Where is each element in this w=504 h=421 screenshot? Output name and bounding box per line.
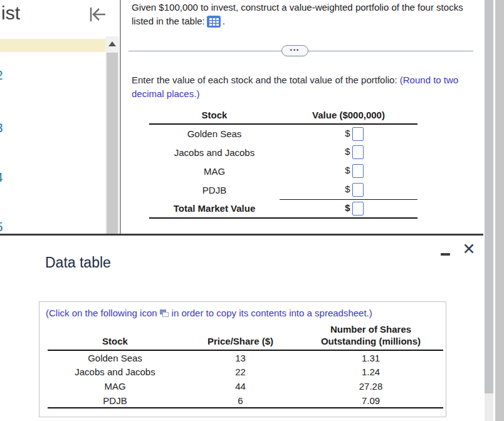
- minimize-button[interactable]: [439, 249, 453, 259]
- answer-col-value: Value ($000,000): [280, 108, 417, 124]
- answer-table: Stock Value ($000,000) Golden Seas $ Jac…: [149, 108, 417, 219]
- question-list-panel: ist 2 3 4 5: [0, 0, 105, 234]
- popup-title: Data table: [45, 254, 111, 271]
- section-expander-button[interactable]: •••: [281, 45, 308, 56]
- currency-symbol: $: [345, 127, 350, 138]
- question-prompt-period: .: [223, 16, 225, 26]
- question-list-scrollbar-thumb[interactable]: [107, 53, 118, 234]
- close-button[interactable]: ✕: [460, 241, 478, 258]
- currency-symbol: $: [345, 184, 350, 194]
- question-list-title: ist: [1, 3, 20, 24]
- copy-hint: (Click on the following iconin order to …: [46, 308, 372, 318]
- currency-symbol: $: [345, 202, 350, 213]
- shares-value: 1.24: [298, 365, 443, 379]
- question-list-scrollbar[interactable]: [105, 36, 119, 234]
- minimize-icon: [441, 253, 450, 256]
- table-row: PDJB 6 7.09: [48, 393, 443, 408]
- total-label: Total Market Value: [149, 199, 280, 218]
- answer-instruction: Enter the value of each stock and the to…: [132, 73, 480, 101]
- price-value: 13: [182, 350, 298, 365]
- content-scrollbar[interactable]: [485, 0, 493, 421]
- shares-value: 1.31: [298, 350, 443, 365]
- collapse-panel-button[interactable]: [88, 5, 105, 24]
- data-table: Stock Price/Share ($) Number of SharesOu…: [48, 323, 443, 408]
- popup-content-box: (Click on the following iconin order to …: [39, 301, 446, 417]
- value-input-jacobs[interactable]: [352, 145, 364, 159]
- currency-symbol: $: [345, 146, 350, 157]
- question-list-item-4[interactable]: 4: [0, 170, 8, 185]
- instruction-text: Enter the value of each stock and the to…: [132, 75, 400, 85]
- question-content: Given $100,000 to invest, construct a va…: [121, 0, 485, 234]
- copy-hint-after: in order to copy its contents into a spr…: [172, 308, 372, 318]
- collapse-left-icon: [88, 5, 105, 24]
- question-list-item-3[interactable]: 3: [0, 120, 8, 135]
- scroll-up-icon[interactable]: [108, 41, 116, 46]
- stock-name: Golden Seas: [149, 124, 280, 143]
- page: ist 2 3 4 5 Given $100,000 to invest, co…: [0, 0, 504, 421]
- stock-name: Jacobs and Jacobs: [48, 365, 182, 379]
- data-col-price: Price/Share ($): [182, 323, 298, 350]
- data-col-stock: Stock: [48, 323, 182, 350]
- stock-name: PDJB: [48, 393, 182, 408]
- question-prompt-text: Given $100,000 to invest, construct a va…: [132, 2, 463, 26]
- table-row: Golden Seas $: [149, 124, 417, 143]
- question-list-item-5[interactable]: 5: [0, 219, 8, 234]
- table-row: Jacobs and Jacobs 22 1.24: [48, 365, 443, 379]
- question-list-item-2[interactable]: 2: [0, 68, 8, 83]
- copy-hint-before: (Click on the following icon: [46, 308, 157, 318]
- currency-symbol: $: [345, 165, 350, 175]
- question-prompt: Given $100,000 to invest, construct a va…: [132, 1, 478, 28]
- answer-col-stock: Stock: [149, 108, 280, 124]
- selected-question-highlight[interactable]: [0, 39, 105, 52]
- close-icon: ✕: [463, 240, 476, 258]
- price-value: 22: [182, 365, 298, 379]
- data-col-shares: Number of SharesOutstanding (millions): [298, 323, 443, 350]
- stock-name: MAG: [48, 379, 182, 393]
- stock-name: Jacobs and Jacobs: [149, 143, 280, 162]
- value-input-pdjb[interactable]: [352, 183, 364, 197]
- value-input-golden-seas[interactable]: [352, 127, 364, 141]
- data-table-popup: Data table ✕ (Click on the following ico…: [0, 234, 483, 421]
- table-row: Golden Seas 13 1.31: [48, 350, 443, 365]
- price-value: 6: [182, 393, 298, 408]
- value-input-mag[interactable]: [352, 164, 364, 178]
- price-value: 44: [182, 379, 298, 393]
- page-scrollbar[interactable]: [495, 0, 504, 421]
- copy-to-spreadsheet-icon[interactable]: [160, 309, 169, 318]
- table-row: PDJB $: [149, 180, 417, 199]
- page-scrollbar-thumb[interactable]: [495, 0, 504, 421]
- shares-value: 7.09: [298, 393, 443, 408]
- stock-name: PDJB: [149, 180, 280, 199]
- total-row: Total Market Value $: [149, 199, 417, 218]
- shares-value: 27.28: [298, 379, 443, 393]
- value-input-total[interactable]: [352, 202, 364, 216]
- stock-name: MAG: [149, 162, 280, 180]
- table-row: Jacobs and Jacobs $: [149, 143, 417, 162]
- stock-name: Golden Seas: [48, 350, 182, 365]
- table-row: MAG $: [149, 162, 417, 180]
- table-row: MAG 44 27.28: [48, 379, 443, 393]
- table-grid-icon[interactable]: [207, 16, 221, 28]
- content-scrollbar-thumb[interactable]: [485, 0, 493, 393]
